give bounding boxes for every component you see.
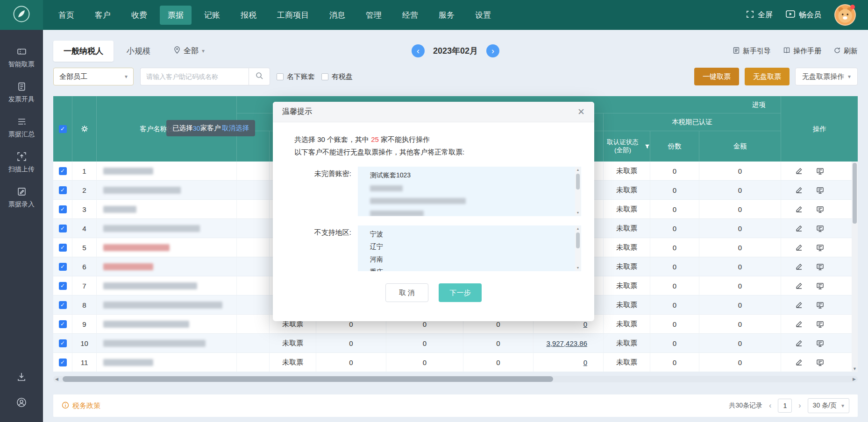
nav-item-收费[interactable]: 收费 xyxy=(123,6,155,25)
employee-select[interactable]: 全部员工 ▾ xyxy=(53,68,134,85)
nav-item-报税[interactable]: 报税 xyxy=(233,6,264,25)
toolbar-link-操作手册[interactable]: 操作手册 xyxy=(783,47,821,56)
vertical-scrollbar-thumb[interactable] xyxy=(853,163,857,224)
invoice-button[interactable] xyxy=(816,282,824,290)
horizontal-scrollbar-thumb[interactable] xyxy=(63,376,553,382)
region-filter-dropdown[interactable]: 全部 ▾ xyxy=(174,46,205,56)
scroll-left-arrow-icon[interactable]: ◀ xyxy=(55,376,58,382)
prev-page-button[interactable]: ‹ xyxy=(769,401,771,410)
amount-link[interactable]: 3,927,423.86 xyxy=(546,339,587,347)
invoice-button[interactable] xyxy=(816,205,824,213)
cancel-selection-link[interactable]: 取消选择 xyxy=(222,124,249,133)
row-checkbox[interactable]: ✓ xyxy=(59,359,67,366)
nav-item-记账[interactable]: 记账 xyxy=(196,6,228,25)
sidebar-item-summary[interactable]: 票据汇总 xyxy=(0,110,43,145)
invoice-button[interactable] xyxy=(816,359,824,366)
amount-link[interactable]: 0 xyxy=(583,320,587,328)
customer-name-cell[interactable] xyxy=(96,219,236,238)
list-scrollbar-thumb[interactable] xyxy=(576,174,580,190)
tab-一般纳税人[interactable]: 一般纳税人 xyxy=(53,41,114,62)
edit-button[interactable] xyxy=(795,205,803,213)
edit-button[interactable] xyxy=(795,301,803,309)
row-checkbox[interactable]: ✓ xyxy=(59,225,67,232)
sidebar-item-ticket[interactable]: 智能取票 xyxy=(0,40,43,75)
column-settings-gear-icon[interactable] xyxy=(72,96,96,162)
scroll-down-arrow-icon[interactable]: ▼ xyxy=(576,265,580,271)
fullscreen-button[interactable]: 全屏 xyxy=(746,10,773,20)
download-icon[interactable] xyxy=(16,372,27,384)
customer-name-cell[interactable] xyxy=(96,257,236,276)
current-page-box[interactable]: 1 xyxy=(778,399,792,413)
invoice-button[interactable] xyxy=(816,244,824,252)
select-all-checkbox[interactable]: ✓ xyxy=(59,125,67,133)
invoice-button[interactable] xyxy=(816,186,824,194)
row-checkbox[interactable]: ✓ xyxy=(59,282,67,290)
horizontal-scrollbar[interactable]: ◀ ▶ xyxy=(53,376,858,382)
edit-button[interactable] xyxy=(795,167,803,175)
invoice-button[interactable] xyxy=(816,167,824,175)
nav-item-消息[interactable]: 消息 xyxy=(321,6,353,25)
row-checkbox[interactable]: ✓ xyxy=(59,263,67,271)
edit-button[interactable] xyxy=(795,263,803,271)
nav-item-管理[interactable]: 管理 xyxy=(358,6,390,25)
row-checkbox[interactable]: ✓ xyxy=(59,339,67,347)
scroll-up-arrow-icon[interactable]: ▲ xyxy=(576,167,580,173)
one-click-fetch-button[interactable]: 一键取票 xyxy=(694,68,739,85)
customer-name-cell[interactable] xyxy=(96,238,236,257)
customer-name-cell[interactable] xyxy=(96,276,236,295)
diskless-fetch-button[interactable]: 无盘取票 xyxy=(745,68,790,85)
vertical-scrollbar[interactable]: ▼ xyxy=(852,162,858,372)
edit-button[interactable] xyxy=(795,225,803,232)
nav-item-经营[interactable]: 经营 xyxy=(394,6,426,25)
tax-policy-link[interactable]: 税务政策 xyxy=(62,401,100,410)
search-button[interactable] xyxy=(249,68,270,85)
scroll-up-arrow-icon[interactable]: ▲ xyxy=(576,226,580,232)
member-button[interactable]: 畅会员 xyxy=(786,10,821,20)
nav-item-工商项目[interactable]: 工商项目 xyxy=(269,6,317,25)
list-scrollbar-thumb[interactable] xyxy=(576,232,580,248)
list-scrollbar[interactable]: ▲ ▼ xyxy=(575,226,581,271)
edit-button[interactable] xyxy=(795,282,803,290)
edit-button[interactable] xyxy=(795,186,803,194)
scroll-down-arrow-icon[interactable]: ▼ xyxy=(853,366,857,372)
tab-小规模[interactable]: 小规模 xyxy=(116,41,161,62)
customer-name-cell[interactable] xyxy=(96,334,236,353)
cancel-button[interactable]: 取 消 xyxy=(385,283,428,302)
edit-button[interactable] xyxy=(795,244,803,252)
row-checkbox[interactable]: ✓ xyxy=(59,205,67,213)
page-size-select[interactable]: 30 条/页 ▾ xyxy=(808,398,849,413)
sidebar-item-entry[interactable]: 票据录入 xyxy=(0,180,43,215)
col-header-cert-status[interactable]: 取认证状态(全部) xyxy=(603,131,650,162)
user-avatar[interactable] xyxy=(834,4,856,26)
sidebar-item-scan[interactable]: 扫描上传 xyxy=(0,145,43,180)
invoice-button[interactable] xyxy=(816,263,824,271)
edit-button[interactable] xyxy=(795,320,803,328)
next-page-button[interactable]: › xyxy=(798,401,801,410)
customer-name-cell[interactable] xyxy=(96,181,236,200)
invoice-button[interactable] xyxy=(816,301,824,309)
nav-item-票据[interactable]: 票据 xyxy=(160,6,192,25)
sidebar-item-invoice[interactable]: 发票开具 xyxy=(0,75,43,110)
customer-name-cell[interactable] xyxy=(96,162,236,181)
unsupported-region-list[interactable]: ▲ ▼ 宁波辽宁河南重庆 xyxy=(358,225,581,271)
nav-item-设置[interactable]: 设置 xyxy=(467,6,499,25)
has-tax-disk-checkbox[interactable]: 有税盘 xyxy=(321,72,353,81)
scroll-down-arrow-icon[interactable]: ▼ xyxy=(576,210,580,216)
own-ledger-checkbox[interactable]: 名下账套 xyxy=(277,72,315,81)
support-icon[interactable] xyxy=(16,397,27,410)
search-input[interactable] xyxy=(140,68,249,85)
toolbar-link-刷新[interactable]: 刷新 xyxy=(833,47,858,56)
toolbar-link-新手引导[interactable]: 新手引导 xyxy=(733,47,771,56)
diskless-fetch-ops-dropdown[interactable]: 无盘取票操作 ▾ xyxy=(795,68,858,85)
amount-link[interactable]: 0 xyxy=(583,359,587,366)
scroll-right-arrow-icon[interactable]: ▶ xyxy=(853,376,856,382)
invoice-button[interactable] xyxy=(816,225,824,232)
row-checkbox[interactable]: ✓ xyxy=(59,244,67,252)
row-checkbox[interactable]: ✓ xyxy=(59,320,67,328)
row-checkbox[interactable]: ✓ xyxy=(59,301,67,309)
list-scrollbar[interactable]: ▲ ▼ xyxy=(575,167,581,216)
nav-item-首页[interactable]: 首页 xyxy=(50,6,82,25)
nav-item-服务[interactable]: 服务 xyxy=(431,6,462,25)
next-month-button[interactable]: › xyxy=(486,44,499,57)
incomplete-credentials-list[interactable]: ▲ ▼ 测试账套1023 xyxy=(358,167,581,216)
